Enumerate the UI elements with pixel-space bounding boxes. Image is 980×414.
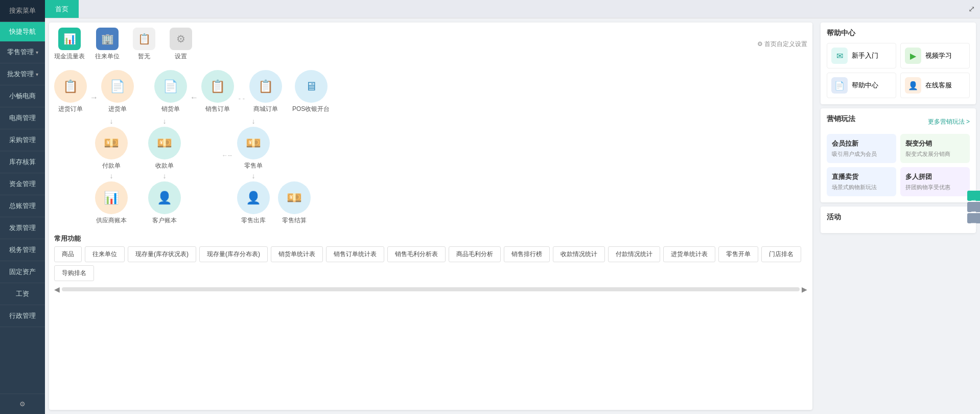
supplier-icon: 📊: [95, 181, 128, 214]
payment-label: 付款单: [102, 162, 121, 170]
group-title: 多人拼团: [905, 172, 965, 181]
sidebar-item-inventory[interactable]: 库存核算: [0, 151, 45, 173]
flow-node-payment[interactable]: 💴 付款单: [95, 127, 128, 170]
flow-node-retail-out[interactable]: 👤 零售出库: [237, 181, 270, 225]
shortcut-none[interactable]: 📋 暂无: [130, 28, 158, 61]
helpcenter-icon: 📄: [831, 77, 848, 94]
scroll-right-btn[interactable]: ▶: [802, 285, 807, 293]
shortcut-contacts-label: 往来单位: [95, 52, 120, 61]
flow-node-sales-bill[interactable]: 📄 销货单: [154, 70, 187, 113]
func-btn-profit-analysis[interactable]: 销售毛利分析表: [387, 246, 446, 262]
marketing-live[interactable]: 直播卖货 场景式购物新玩法: [827, 167, 896, 196]
member-sub: 吸引用户成为会员: [832, 150, 891, 158]
flow-node-mall-order[interactable]: 📋 商城订单: [249, 70, 282, 113]
sidebar-item-xiaochangec[interactable]: 小畅电商: [0, 85, 45, 107]
online-label: 在线客服: [925, 81, 952, 90]
scroll-row: ◀ ▶: [54, 285, 807, 293]
sidebar-item-invoice[interactable]: 发票管理: [0, 217, 45, 239]
flow-node-receipt[interactable]: 💴 收款单: [148, 127, 181, 170]
func-btn-contacts[interactable]: 往来单位: [85, 246, 125, 262]
marketing-title: 营销玩法: [827, 114, 855, 124]
flow-node-retail-settle[interactable]: 💴 零售结算: [278, 181, 311, 225]
activity-section: 活动: [821, 206, 976, 233]
flow-node-purchase-bill[interactable]: 📄 进货单: [101, 70, 134, 113]
marketing-group[interactable]: 多人拼团 拼团购物享受优惠: [900, 167, 970, 196]
flow-col-customer: 👤 客户账本: [148, 181, 181, 225]
scroll-track[interactable]: [62, 287, 800, 291]
float-btn-hotline[interactable]: 客服热线: [967, 191, 980, 201]
func-btn-purchase-summary[interactable]: 进货单统计表: [663, 246, 715, 262]
func-btn-goods-profit[interactable]: 商品毛利分析: [449, 246, 501, 262]
func-btn-goods[interactable]: 商品: [54, 246, 82, 262]
sidebar-item-payroll[interactable]: 工资: [0, 283, 45, 305]
sidebar-item-wholesale[interactable]: 批发管理 ▾: [0, 63, 45, 85]
customize-link[interactable]: ⚙ 首页自定义设置: [757, 40, 807, 49]
gear-icon[interactable]: ⚙: [0, 394, 45, 414]
live-sub: 场景式购物新玩法: [832, 183, 891, 191]
expand-icon[interactable]: ⤢: [963, 0, 980, 18]
tab-home[interactable]: 首页: [45, 0, 79, 18]
sidebar-item-purchase[interactable]: 采购管理: [0, 129, 45, 151]
float-btn-community[interactable]: 服务社区: [967, 202, 980, 212]
right-panel: 帮助中心 ✉ 新手入门 ▶ 视频学习 📄 帮助中心 👤: [816, 18, 980, 414]
sidebar-item-assets[interactable]: 固定资产: [0, 261, 45, 283]
retail-out-label: 零售出库: [241, 216, 266, 225]
scroll-left-btn[interactable]: ◀: [54, 285, 60, 293]
flow-node-sales-order[interactable]: 📋 销售订单: [201, 70, 234, 113]
func-btn-store-rank[interactable]: 门店排名: [761, 246, 801, 262]
func-btn-guide-rank[interactable]: 导购排名: [54, 265, 94, 281]
flow-node-supplier[interactable]: 📊 供应商账本: [95, 181, 128, 225]
sidebar-item-finance[interactable]: 资金管理: [0, 173, 45, 195]
help-grid: ✉ 新手入门 ▶ 视频学习 📄 帮助中心 👤 在线客服: [827, 43, 970, 98]
func-btn-order-summary[interactable]: 销售订单统计表: [326, 246, 384, 262]
more-marketing-link[interactable]: 更多营销玩法 >: [928, 118, 970, 126]
shortcut-settings[interactable]: ⚙ 设置: [167, 28, 195, 61]
sidebar-item-tax[interactable]: 税务管理: [0, 239, 45, 261]
retail-settle-label: 零售结算: [282, 216, 307, 225]
common-func-title: 常用功能: [54, 234, 807, 243]
func-btn-inventory-status[interactable]: 现存量(库存状况表): [128, 246, 196, 262]
func-btn-inventory-dist[interactable]: 现存量(库存分布表): [199, 246, 268, 262]
sidebar-item-retail[interactable]: 零售管理 ▾: [0, 41, 45, 63]
helpcenter-label: 帮助中心: [852, 81, 878, 90]
flow-node-purchase-order[interactable]: 📋 进货订单: [54, 70, 87, 113]
cashflow-icon: 📊: [58, 28, 81, 50]
flow-node-retail-bill[interactable]: 💴 零售单: [237, 127, 270, 170]
sidebar-item-ecommerce[interactable]: 电商管理: [0, 107, 45, 129]
sidebar-search[interactable]: 搜索菜单: [0, 0, 45, 22]
flow-col-mall-order: 📋 商城订单: [249, 70, 282, 113]
shortcut-cashflow[interactable]: 📊 现金流量表: [54, 28, 85, 61]
dashed1: - -: [234, 95, 249, 113]
sales-order-label: 销售订单: [205, 105, 230, 113]
shortcut-contacts[interactable]: 🏢 往来单位: [93, 28, 122, 61]
sidebar-item-ledger[interactable]: 总账管理: [0, 195, 45, 217]
chevron-down-icon: ▾: [36, 72, 38, 77]
live-title: 直播卖货: [832, 172, 891, 181]
help-item-online[interactable]: 👤 在线客服: [900, 73, 970, 98]
flow-col-pos: 🖥 POS收银开台: [292, 70, 330, 113]
marketing-fission[interactable]: 裂变分销 裂变式发展分销商: [900, 134, 970, 163]
func-btn-receipt-stats[interactable]: 收款情况统计: [553, 246, 605, 262]
float-buttons: 客服热线 服务社区 桌面快捷: [967, 191, 980, 223]
tab-bar: 首页 ⤢: [45, 0, 980, 18]
flow-node-customer[interactable]: 👤 客户账本: [148, 181, 181, 225]
sidebar-quicknav[interactable]: 快捷导航: [0, 22, 45, 41]
marketing-member[interactable]: 会员拉新 吸引用户成为会员: [827, 134, 896, 163]
purchase-bill-label: 进货单: [108, 105, 127, 113]
shortcut-settings-label: 设置: [175, 52, 187, 61]
float-btn-desktop[interactable]: 桌面快捷: [967, 213, 980, 223]
func-btn-sales-summary[interactable]: 销货单统计表: [271, 246, 323, 262]
help-item-helpcenter[interactable]: 📄 帮助中心: [827, 73, 896, 98]
activity-title: 活动: [827, 213, 970, 222]
sidebar-item-admin[interactable]: 行政管理: [0, 305, 45, 327]
func-btn-sales-rank[interactable]: 销售排行榜: [504, 246, 550, 262]
flow-node-pos[interactable]: 🖥 POS收银开台: [292, 70, 330, 113]
help-item-beginner[interactable]: ✉ 新手入门: [827, 43, 896, 68]
content-area: 📊 现金流量表 🏢 往来单位 📋 暂无: [45, 18, 980, 414]
func-btn-retail-order[interactable]: 零售开单: [718, 246, 758, 262]
func-btn-payment-stats[interactable]: 付款情况统计: [608, 246, 660, 262]
beginner-icon: ✉: [831, 48, 848, 64]
flow-col-purchase-bill: 📄 进货单: [101, 70, 134, 113]
help-section: 帮助中心 ✉ 新手入门 ▶ 视频学习 📄 帮助中心 👤: [821, 22, 976, 104]
help-item-video[interactable]: ▶ 视频学习: [900, 43, 970, 68]
